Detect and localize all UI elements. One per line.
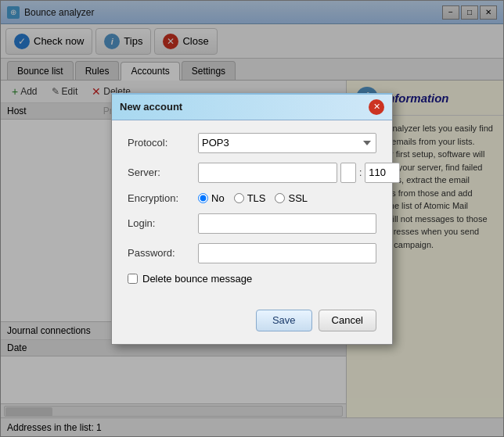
password-row: Password: <box>128 243 376 263</box>
dialog-title: New account <box>120 101 182 113</box>
server-row: Server: : <box>128 163 376 183</box>
save-button[interactable]: Save <box>256 310 312 331</box>
server-dropdown[interactable] <box>340 163 356 183</box>
encryption-tls-label: TLS <box>247 192 266 204</box>
encryption-control: No TLS SSL <box>198 192 376 204</box>
delete-bounce-checkbox[interactable] <box>128 274 138 284</box>
password-input[interactable] <box>198 243 376 263</box>
login-control <box>198 213 376 234</box>
dialog-title-bar: New account ✕ <box>112 95 392 120</box>
password-label: Password: <box>128 247 198 259</box>
server-label: Server: <box>128 167 198 178</box>
delete-bounce-row: Delete bounce message <box>128 273 376 285</box>
new-account-dialog: New account ✕ Protocol: POP3 IMAP SMTP S… <box>111 93 393 345</box>
password-control <box>198 243 376 263</box>
encryption-no-label: No <box>211 192 225 204</box>
dialog-body: Protocol: POP3 IMAP SMTP Server: : <box>112 120 392 310</box>
port-input[interactable] <box>365 163 400 183</box>
protocol-row: Protocol: POP3 IMAP SMTP <box>128 133 376 153</box>
delete-bounce-label: Delete bounce message <box>142 273 252 285</box>
encryption-row: Encryption: No TLS SSL <box>128 192 376 204</box>
protocol-select[interactable]: POP3 IMAP SMTP <box>198 133 376 153</box>
encryption-label: Encryption: <box>128 192 198 204</box>
encryption-radio-group: No TLS SSL <box>198 192 376 204</box>
server-input-group: : <box>198 163 400 183</box>
modal-overlay: New account ✕ Protocol: POP3 IMAP SMTP S… <box>0 0 504 437</box>
login-row: Login: <box>128 213 376 234</box>
dialog-footer: Save Cancel <box>112 310 392 344</box>
encryption-ssl[interactable]: SSL <box>275 192 308 204</box>
protocol-control: POP3 IMAP SMTP <box>198 133 376 153</box>
dialog-close-button[interactable]: ✕ <box>369 99 384 115</box>
login-input[interactable] <box>198 213 376 234</box>
server-input[interactable] <box>198 163 337 183</box>
cancel-button[interactable]: Cancel <box>319 310 376 331</box>
encryption-no[interactable]: No <box>198 192 225 204</box>
server-control: : <box>198 163 400 183</box>
encryption-ssl-label: SSL <box>288 192 308 204</box>
protocol-label: Protocol: <box>128 137 198 149</box>
port-separator: : <box>359 167 362 178</box>
encryption-tls[interactable]: TLS <box>234 192 266 204</box>
login-label: Login: <box>128 217 198 229</box>
